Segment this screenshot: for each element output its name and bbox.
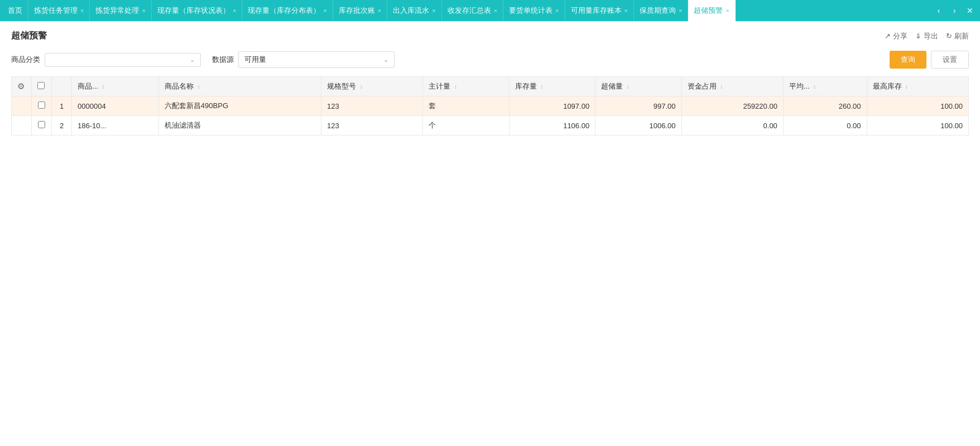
td-maxstock: 100.00 (867, 96, 968, 116)
table-header-row: ⚙ 商品... ↕ 商品名称 ↕ 规格型号 ↕ (12, 77, 969, 96)
nav-item-close-icon[interactable]: × (494, 7, 497, 14)
nav-item-出入库流水[interactable]: 出入库流水× (387, 0, 441, 21)
nav-item-现存量库存状况表[interactable]: 现存量（库存状况表）× (152, 0, 242, 21)
nav-item-拣货异常处理[interactable]: 拣货异常处理× (90, 0, 151, 21)
nav-item-拣货任务管理[interactable]: 拣货任务管理× (28, 0, 90, 21)
query-button[interactable]: 查询 (890, 51, 926, 69)
nav-item-label: 收发存汇总表 (448, 6, 491, 16)
th-avg[interactable]: 平均... ↕ (783, 77, 867, 96)
nav-item-close-icon[interactable]: × (142, 7, 145, 14)
nav-arrow-left[interactable]: ‹ (931, 0, 947, 21)
table-row: 1 0000004 六配套新昌490BPG 123 套 1097.00 997.… (12, 96, 969, 116)
header-actions: ↗ 分享 ⇓ 导出 ↻ 刷新 (885, 31, 969, 41)
th-unit-label: 主计量 (429, 82, 450, 90)
datasource-chevron-icon: ⌄ (383, 56, 388, 64)
settings-button[interactable]: 设置 (931, 51, 969, 69)
nav-item-label: 拣货异常处理 (95, 6, 139, 16)
td-unit: 个 (423, 116, 509, 135)
refresh-label: 刷新 (954, 31, 969, 41)
row-checkbox[interactable] (38, 121, 45, 128)
th-checkbox (32, 77, 52, 96)
td-checkbox[interactable] (32, 96, 52, 116)
nav-item-close-icon[interactable]: × (233, 7, 236, 14)
nav-item-close-icon[interactable]: × (378, 7, 381, 14)
td-avg: 260.00 (783, 96, 867, 116)
nav-arrows: ‹ › ✕ (931, 0, 978, 21)
th-maxstock-label: 最高库存 (873, 82, 902, 90)
th-spec[interactable]: 规格型号 ↕ (321, 77, 423, 96)
category-filter-group: 商品分类 ⌄ (11, 53, 201, 67)
refresh-button[interactable]: ↻ 刷新 (946, 31, 969, 41)
td-capital: 0.00 (681, 116, 783, 135)
sort-icon-code: ↕ (102, 84, 104, 90)
th-name[interactable]: 商品名称 ↕ (158, 77, 321, 96)
sort-icon-name: ↕ (197, 84, 200, 90)
data-table: ⚙ 商品... ↕ 商品名称 ↕ 规格型号 ↕ (11, 76, 969, 135)
th-maxstock[interactable]: 最高库存 ↕ (867, 77, 968, 96)
nav-arrow-right[interactable]: › (947, 0, 962, 21)
select-all-checkbox[interactable] (37, 82, 45, 89)
row-checkbox[interactable] (38, 101, 45, 109)
td-num: 2 (52, 116, 72, 135)
nav-item-label: 现存量（库存分布表） (248, 6, 320, 16)
nav-item-label: 首页 (8, 6, 22, 16)
nav-item-close-icon[interactable]: × (624, 7, 628, 14)
sort-icon-spec: ↕ (360, 84, 363, 90)
nav-item-现存量库存分布表[interactable]: 现存量（库存分布表）× (242, 0, 333, 21)
td-code: 0000004 (72, 96, 159, 116)
filter-bar: 商品分类 ⌄ 数据源 可用量 ⌄ 查询 设置 (11, 51, 969, 69)
nav-item-close-icon[interactable]: × (679, 7, 682, 14)
table-settings-icon[interactable]: ⚙ (17, 81, 25, 91)
td-spec: 123 (321, 96, 423, 116)
nav-item-超储预警[interactable]: 超储预警× (688, 0, 735, 21)
export-icon: ⇓ (915, 32, 921, 40)
filter-actions: 查询 设置 (890, 51, 969, 69)
td-avg: 0.00 (783, 116, 867, 135)
th-stock[interactable]: 库存量 ↕ (509, 77, 595, 96)
nav-item-库存批次账[interactable]: 库存批次账× (333, 0, 387, 21)
sort-icon-stock: ↕ (540, 84, 543, 90)
th-code-label: 商品... (78, 82, 98, 90)
nav-item-close-icon[interactable]: × (726, 7, 729, 14)
top-nav: 首页拣货任务管理×拣货异常处理×现存量（库存状况表）×现存量（库存分布表）×库存… (0, 0, 980, 21)
nav-item-要货单统计表[interactable]: 要货单统计表× (503, 0, 565, 21)
refresh-icon: ↻ (946, 32, 952, 40)
td-unit: 套 (423, 96, 509, 116)
share-icon: ↗ (885, 32, 891, 40)
datasource-select[interactable]: 可用量 ⌄ (238, 51, 395, 68)
th-over[interactable]: 超储量 ↕ (595, 77, 681, 96)
nav-item-收发存汇总表[interactable]: 收发存汇总表× (442, 0, 503, 21)
nav-arrow-close[interactable]: ✕ (962, 0, 978, 21)
th-capital-label: 资金占用 (688, 82, 717, 90)
nav-item-close-icon[interactable]: × (555, 7, 559, 14)
nav-item-保质期查询[interactable]: 保质期查询× (634, 0, 688, 21)
th-unit[interactable]: 主计量 ↕ (423, 77, 509, 96)
export-label: 导出 (924, 31, 938, 41)
th-stock-label: 库存量 (515, 82, 537, 90)
nav-item-close-icon[interactable]: × (323, 7, 326, 14)
nav-item-close-icon[interactable]: × (80, 7, 84, 14)
nav-item-label: 要货单统计表 (509, 6, 553, 16)
th-avg-label: 平均... (789, 82, 810, 90)
nav-item-label: 出入库流水 (393, 6, 429, 16)
category-select[interactable]: ⌄ (45, 53, 201, 67)
th-over-label: 超储量 (601, 82, 623, 90)
th-name-label: 商品名称 (165, 82, 194, 90)
th-capital[interactable]: 资金占用 ↕ (681, 77, 783, 96)
td-name: 六配套新昌490BPG (158, 96, 321, 116)
nav-item-label: 拣货任务管理 (34, 6, 78, 16)
datasource-label: 数据源 (212, 55, 234, 65)
nav-item-close-icon[interactable]: × (432, 7, 435, 14)
td-code: 186-10... (72, 116, 159, 135)
th-spec-label: 规格型号 (327, 82, 356, 90)
td-capital: 259220.00 (681, 96, 783, 116)
nav-item-首页[interactable]: 首页 (2, 0, 28, 21)
nav-item-label: 保质期查询 (640, 6, 676, 16)
nav-item-label: 超储预警 (694, 6, 723, 16)
nav-item-可用量库存账本[interactable]: 可用量库存账本× (565, 0, 634, 21)
th-code[interactable]: 商品... ↕ (72, 77, 159, 96)
td-checkbox[interactable] (32, 116, 52, 135)
sort-icon-avg: ↕ (813, 84, 816, 90)
share-button[interactable]: ↗ 分享 (885, 31, 907, 41)
export-button[interactable]: ⇓ 导出 (915, 31, 938, 41)
